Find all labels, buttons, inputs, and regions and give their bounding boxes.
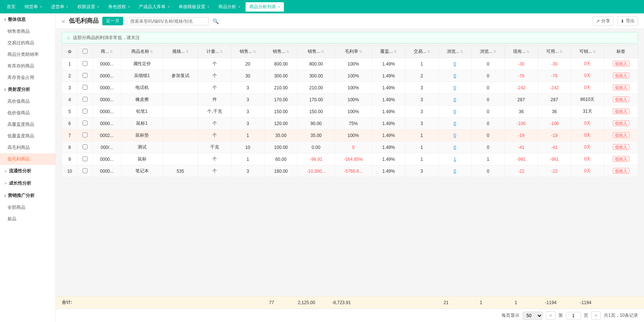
close-icon[interactable]: × [40,5,42,9]
search-icon[interactable]: 🔍 [212,18,219,24]
cell-view1[interactable]: 0 [438,165,471,177]
total-sales-price: 2,125.00 [289,300,324,305]
sidebar-item-low-value[interactable]: 低价值商品 [0,107,55,119]
sidebar-item-all-products[interactable]: 全部商品 [0,202,55,213]
row-checkbox[interactable] [83,156,87,161]
col-trade[interactable]: 交易...⇅ [405,45,438,58]
col-settings[interactable]: ⚙ [62,45,77,58]
cell-view1[interactable]: 0 [438,130,471,141]
cell-view1[interactable]: 0 [438,141,471,153]
close-icon[interactable]: × [97,5,99,9]
sidebar-item-category-rate[interactable]: 商品分类助销率 [0,49,55,60]
cell-trade: 2 [405,70,438,82]
sidebar-section-flow[interactable]: ＞ 流通性分析 [0,165,55,177]
cell-checkbox[interactable] [77,118,93,130]
sidebar-item-low-coverage[interactable]: 低覆盖度商品 [0,130,55,142]
sidebar-item-high-value[interactable]: 高价值商品 [0,96,55,107]
page-size-select[interactable]: 50 100 200 [522,312,543,320]
sidebar-section-growth[interactable]: ＞ 成长性分析 [0,177,55,189]
col-spec[interactable]: 规格...⇅ [163,45,198,58]
row-checkbox[interactable] [83,144,87,149]
sidebar-item-stock-products[interactable]: 有库存的商品 [0,60,55,72]
cell-view1[interactable]: 0 [438,106,471,118]
nav-item-sales[interactable]: 销货单 × [21,2,46,12]
sidebar-item-stock-capital[interactable]: 库存资金占用 [0,72,55,83]
export-button[interactable]: ⬇ 导出 [617,16,638,26]
cell-view1[interactable]: 0 [438,58,471,70]
col-sales-price[interactable]: 销售...⇅ [265,45,298,58]
page-number-input[interactable] [566,312,581,319]
cell-checkbox[interactable] [77,153,93,165]
col-tag[interactable]: 标签 [604,45,638,58]
col-sales-qty[interactable]: 销售...⇅ [231,45,264,58]
col-code[interactable]: 商...⇅ [92,45,121,58]
cell-checkbox[interactable] [77,70,93,82]
cell-checkbox[interactable] [77,106,93,118]
row-checkbox[interactable] [83,85,87,90]
close-icon[interactable]: × [66,5,68,9]
nav-item-home[interactable]: 首页 [3,2,19,12]
col-view1[interactable]: 浏览...⇅ [438,45,471,58]
sidebar-item-high-coverage[interactable]: 高覆盖度商品 [0,119,55,130]
close-icon[interactable]: × [167,5,170,9]
close-icon[interactable]: × [128,5,130,9]
filter-period-button[interactable]: 近一月 [102,17,123,25]
collapse-sidebar-button[interactable]: « [62,18,65,25]
table-container[interactable]: ⚙ 商...⇅ 商品名称⇅ 规格...⇅ 计量...⇅ 销售...⇅ 销售...… [56,45,644,296]
next-page-button[interactable]: ＞ [591,311,601,320]
col-name[interactable]: 商品名称⇅ [121,45,163,58]
cell-checkbox[interactable] [77,141,93,153]
col-gross-rate[interactable]: 毛利率⇅ [334,45,372,58]
nav-item-purchase[interactable]: 进货单 × [47,2,72,12]
prev-page-button[interactable]: ＜ [546,311,555,320]
table-row: 9 0000... 鼠标 个 1 60.00 -98.91 -164.85% 1… [62,153,638,165]
row-checkbox[interactable] [83,73,87,78]
cell-view1[interactable]: 0 [438,70,471,82]
cell-checkbox[interactable] [77,58,93,70]
nav-item-template[interactable]: 单据模板设置 × [175,2,213,12]
share-button[interactable]: ↗ 分享 [593,16,613,26]
col-view2[interactable]: 浏览...⇅ [471,45,504,58]
cell-view1[interactable]: 1 [438,153,471,165]
row-checkbox[interactable] [83,133,87,137]
cell-view1[interactable]: 0 [438,94,471,106]
cell-checkbox[interactable] [77,94,93,106]
search-input[interactable] [127,17,209,25]
row-checkbox[interactable] [83,61,87,66]
sidebar-section-marketing[interactable]: ∨ 营销推广分析 [0,189,55,202]
nav-item-roles[interactable]: 角色授权 × [105,2,134,12]
sidebar-item-traded-products[interactable]: 交易过的商品 [0,37,55,49]
close-icon[interactable]: × [278,5,280,9]
cell-view1[interactable]: 0 [438,118,471,130]
select-all-checkbox[interactable] [83,49,87,54]
row-checkbox[interactable] [83,109,87,114]
row-checkbox[interactable] [83,97,87,102]
sidebar-item-sales-products[interactable]: 销售类商品 [0,26,55,37]
close-icon[interactable]: × [207,5,209,9]
sidebar-item-high-margin[interactable]: 高毛利商品 [0,142,55,153]
col-coverage[interactable]: 覆盖...⇅ [372,45,405,58]
cell-checkbox[interactable] [77,82,93,94]
nav-item-products[interactable]: 产成品入库单 × [135,2,173,12]
col-available[interactable]: 可用...⇅ [538,45,571,58]
col-sales-profit[interactable]: 销售...⇅ [298,45,335,58]
nav-item-analysis[interactable]: 商品分析 × [215,2,244,12]
cell-tag: 低收入 [604,165,638,177]
col-checkbox[interactable] [77,45,93,58]
close-icon[interactable]: × [238,5,240,9]
cell-checkbox[interactable] [77,165,93,177]
nav-item-permissions[interactable]: 权限设置 × [74,2,103,12]
cell-checkbox[interactable] [77,130,93,141]
sidebar-item-new-products[interactable]: 新品 [0,213,55,225]
cell-view1[interactable]: 0 [438,82,471,94]
row-checkbox[interactable] [83,121,87,125]
cell-unit: 个 [198,153,231,165]
sidebar-item-low-margin[interactable]: 低毛利商品 [0,153,55,165]
col-current[interactable]: 现有...⇅ [504,45,538,58]
nav-item-analysis-list[interactable]: 商品分析列表 × [246,2,284,12]
sidebar-section-overall[interactable]: ∨ 整体信息 [0,13,55,26]
col-sellable[interactable]: 可销...⇅ [571,45,604,58]
col-unit[interactable]: 计量...⇅ [198,45,231,58]
row-checkbox[interactable] [83,168,87,173]
sidebar-section-射度[interactable]: ∨ 类射度分析 [0,83,55,96]
